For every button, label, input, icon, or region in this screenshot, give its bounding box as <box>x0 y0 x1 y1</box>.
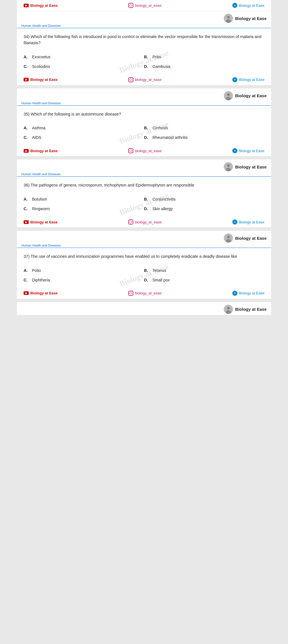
option-letter: B. <box>144 197 150 201</box>
option-1-C: C.Scoliodins <box>24 64 144 69</box>
svg-point-4 <box>227 93 230 96</box>
section-label-3: Human Health and Diseases <box>17 172 271 177</box>
youtube-link[interactable]: Biology at Ease <box>24 77 58 82</box>
avatar <box>224 14 233 23</box>
question-text-1: 34) Which of the following fish is intro… <box>24 34 264 46</box>
svg-point-13 <box>227 307 230 310</box>
telegram-link[interactable]: Biology at Ease <box>232 77 264 82</box>
instagram-link[interactable]: biology_at_ease <box>128 219 162 225</box>
option-2-C: C.AIDS <box>24 135 144 140</box>
question-text-2: 35) Which of the following is an autoimm… <box>24 111 264 117</box>
option-letter: A. <box>24 268 29 273</box>
option-text: Pritis <box>152 55 161 59</box>
watermark: Biology at Ease <box>118 262 170 288</box>
instagram-label: biology_at_ease <box>135 149 162 153</box>
footer-bar-4: Biology at Ease biology_at_ease Biology … <box>17 288 271 299</box>
question-block-1: 34) Which of the following fish is intro… <box>17 30 271 74</box>
telegram-link[interactable]: Biology at Ease <box>232 3 264 8</box>
instagram-icon <box>128 148 133 153</box>
options-grid-4: Biology at EaseA.PolioB.TetanusC.Diphthe… <box>24 268 264 282</box>
option-letter: A. <box>24 197 29 201</box>
avatar <box>224 91 233 100</box>
bottom-brand-name: Biology at Ease <box>235 307 267 312</box>
option-4-A: A.Polio <box>24 268 144 273</box>
card-header-4: Biology at Ease <box>17 231 271 244</box>
question-card-2: Biology at Ease Human Health and Disease… <box>17 88 271 156</box>
svg-point-10 <box>227 236 230 238</box>
telegram-label: Biology at Ease <box>239 149 264 153</box>
instagram-label: biology_at_ease <box>135 220 162 224</box>
svg-point-14 <box>226 310 231 314</box>
svg-point-1 <box>227 16 230 19</box>
option-3-B: B.Conjunctivitis <box>144 197 264 201</box>
options-grid-3: Biology at EaseA.BotulismB.Conjunctiviti… <box>24 197 264 211</box>
instagram-link[interactable]: biology_at_ease <box>128 77 162 82</box>
brand-name-2: Biology at Ease <box>235 93 267 98</box>
option-3-A: A.Botulism <box>24 197 144 201</box>
option-text: Asthma <box>32 126 45 130</box>
option-2-B: B.Cirrhosis <box>144 126 264 130</box>
instagram-link[interactable]: biology_at_ease <box>128 3 162 8</box>
youtube-icon <box>24 4 29 7</box>
section-label-2: Human Health and Diseases <box>17 101 271 106</box>
telegram-icon <box>232 3 237 8</box>
youtube-link[interactable]: Biology at Ease <box>24 149 58 153</box>
instagram-link[interactable]: biology_at_ease <box>128 148 162 153</box>
option-letter: C. <box>24 206 29 211</box>
question-text-3: 36) The pathogens of genera, microsporum… <box>24 182 264 188</box>
youtube-icon <box>24 149 29 153</box>
youtube-icon <box>24 220 29 224</box>
youtube-label: Biology at Ease <box>30 149 58 153</box>
option-4-B: B.Tetanus <box>144 268 264 273</box>
brand-name-3: Biology at Ease <box>235 165 267 169</box>
telegram-icon <box>232 291 237 296</box>
telegram-label: Biology at Ease <box>239 77 264 82</box>
telegram-link[interactable]: Biology at Ease <box>232 148 264 153</box>
instagram-icon <box>128 219 133 225</box>
question-block-2: 35) Which of the following is an autoimm… <box>17 108 271 146</box>
instagram-link[interactable]: biology_at_ease <box>128 291 162 296</box>
instagram-label: biology_at_ease <box>135 3 162 8</box>
youtube-link[interactable]: Biology at Ease <box>24 291 58 295</box>
svg-point-5 <box>226 97 231 100</box>
section-label-1: Human Health and Diseases <box>17 24 271 28</box>
option-text: AIDS <box>32 135 41 140</box>
option-text: Polio <box>32 268 41 273</box>
option-1-D: D.Gambusia <box>144 64 264 69</box>
footer-bar-1: Biology at Ease biology_at_ease Biology … <box>17 74 271 85</box>
option-letter: C. <box>24 135 29 140</box>
question-card-3: Biology at Ease Human Health and Disease… <box>17 159 271 227</box>
option-text: Rheumatoid arthritis <box>152 135 188 140</box>
option-text: Exocoetus <box>32 55 50 59</box>
options-grid-2: Biology at EaseA.AsthmaB.CirrhosisC.AIDS… <box>24 126 264 140</box>
youtube-link[interactable]: Biology at Ease <box>24 3 58 8</box>
option-2-D: D.Rheumatoid arthritis <box>144 135 264 140</box>
section-label-4: Human Health and Diseases <box>17 244 271 248</box>
option-3-C: C.Ringworm <box>24 206 144 211</box>
svg-point-7 <box>227 164 230 167</box>
youtube-link[interactable]: Biology at Ease <box>24 220 58 224</box>
option-1-A: A.Exocoetus <box>24 55 144 59</box>
option-letter: A. <box>24 126 29 130</box>
avatar <box>224 234 233 243</box>
footer-bar-3: Biology at Ease biology_at_ease Biology … <box>17 217 271 227</box>
option-text: Ringworm <box>32 206 50 211</box>
option-4-C: C.Diphtheria <box>24 278 144 282</box>
question-card-1: Biology at Ease Human Health and Disease… <box>17 11 271 85</box>
instagram-icon <box>128 3 133 8</box>
options-grid-1: Biology at EaseA.ExocoetusB.PritisC.Scol… <box>24 55 264 69</box>
option-letter: B. <box>144 55 150 59</box>
telegram-link[interactable]: Biology at Ease <box>232 291 264 296</box>
youtube-label: Biology at Ease <box>30 220 58 224</box>
telegram-icon <box>232 77 237 82</box>
youtube-label: Biology at Ease <box>30 3 58 8</box>
watermark: Biology at Ease <box>118 191 170 217</box>
option-letter: B. <box>144 126 150 130</box>
option-text: Tetanus <box>152 268 166 273</box>
telegram-link[interactable]: Biology at Ease <box>232 219 264 225</box>
question-text-4: 37) The use of vaccines and immunization… <box>24 254 264 260</box>
youtube-icon <box>24 78 29 81</box>
telegram-label: Biology at Ease <box>239 291 264 295</box>
option-text: Small pox <box>152 278 170 282</box>
option-text: Gambusia <box>152 64 170 69</box>
